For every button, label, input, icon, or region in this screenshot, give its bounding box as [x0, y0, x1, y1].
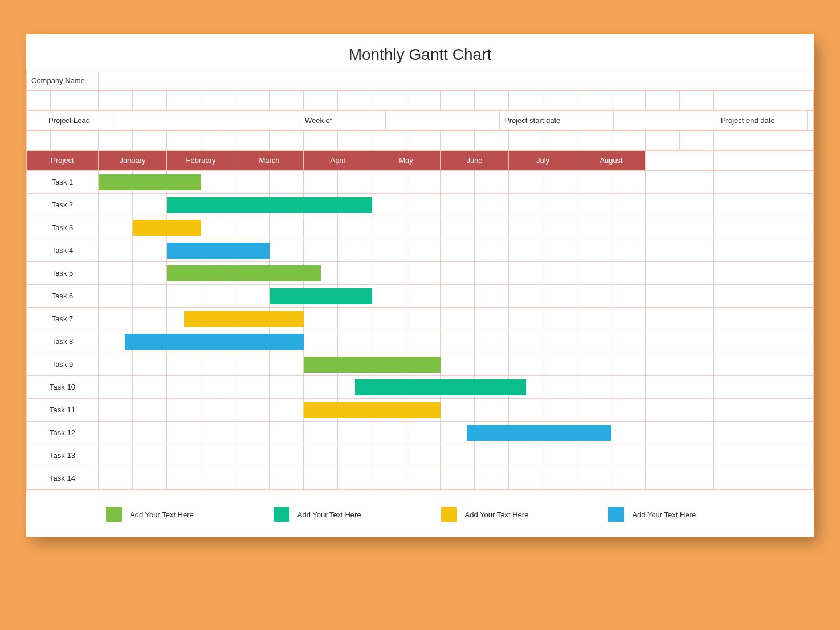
gantt-cell[interactable]: [372, 353, 406, 376]
gantt-cell[interactable]: [543, 399, 577, 422]
gantt-cell[interactable]: [167, 422, 201, 444]
gantt-cell[interactable]: [577, 376, 611, 399]
project-end-cell[interactable]: [808, 111, 814, 130]
gantt-cell[interactable]: [235, 353, 270, 376]
gantt-cell[interactable]: [509, 171, 543, 194]
gantt-cell[interactable]: [611, 330, 646, 353]
gantt-cell[interactable]: [372, 376, 406, 399]
gantt-cell[interactable]: [133, 330, 167, 353]
gantt-cell[interactable]: [406, 330, 441, 353]
gantt-cell[interactable]: [304, 444, 338, 467]
gantt-cell[interactable]: [304, 422, 338, 444]
gantt-cell[interactable]: [509, 330, 543, 353]
gantt-cell[interactable]: [714, 308, 814, 330]
gantt-cell[interactable]: [611, 262, 646, 285]
gantt-cell[interactable]: [167, 353, 201, 376]
gantt-cell[interactable]: [646, 239, 714, 262]
gantt-cell[interactable]: [133, 467, 167, 490]
gantt-cell[interactable]: [235, 399, 270, 422]
gantt-cell[interactable]: [509, 308, 543, 330]
gantt-cell[interactable]: [167, 171, 201, 194]
gantt-cell[interactable]: [543, 171, 577, 194]
gantt-cell[interactable]: [475, 171, 509, 194]
gantt-cell[interactable]: [714, 216, 814, 239]
gantt-cell[interactable]: [406, 308, 441, 330]
gantt-cell[interactable]: [475, 422, 509, 444]
gantt-cell[interactable]: [646, 285, 714, 308]
gantt-cell[interactable]: [133, 376, 167, 399]
gantt-cell[interactable]: [509, 353, 543, 376]
gantt-cell[interactable]: [714, 444, 814, 467]
gantt-cell[interactable]: [543, 444, 577, 467]
gantt-cell[interactable]: [167, 239, 201, 262]
gantt-cell[interactable]: [646, 330, 714, 353]
gantt-cell[interactable]: [475, 216, 509, 239]
gantt-cell[interactable]: [201, 285, 235, 308]
project-lead-cell[interactable]: [112, 111, 300, 130]
gantt-cell[interactable]: [133, 194, 167, 216]
gantt-cell[interactable]: [475, 376, 509, 399]
gantt-cell[interactable]: [441, 330, 475, 353]
gantt-cell[interactable]: [441, 285, 475, 308]
gantt-cell[interactable]: [611, 308, 646, 330]
gantt-cell[interactable]: [406, 216, 441, 239]
gantt-cell[interactable]: [475, 330, 509, 353]
gantt-cell[interactable]: [372, 239, 406, 262]
gantt-cell[interactable]: [441, 399, 475, 422]
gantt-cell[interactable]: [338, 422, 372, 444]
gantt-cell[interactable]: [406, 422, 441, 444]
gantt-cell[interactable]: [714, 330, 814, 353]
gantt-cell[interactable]: [235, 285, 270, 308]
gantt-cell[interactable]: [543, 194, 577, 216]
gantt-cell[interactable]: [475, 444, 509, 467]
gantt-cell[interactable]: [475, 262, 509, 285]
gantt-cell[interactable]: [99, 194, 133, 216]
gantt-cell[interactable]: [406, 262, 441, 285]
gantt-cell[interactable]: [167, 285, 201, 308]
gantt-cell[interactable]: [133, 444, 167, 467]
gantt-cell[interactable]: [577, 467, 611, 490]
gantt-cell[interactable]: [235, 194, 270, 216]
gantt-cell[interactable]: [611, 376, 646, 399]
gantt-cell[interactable]: [475, 194, 509, 216]
gantt-cell[interactable]: [646, 216, 714, 239]
gantt-cell[interactable]: [475, 285, 509, 308]
gantt-cell[interactable]: [133, 262, 167, 285]
gantt-cell[interactable]: [201, 353, 235, 376]
gantt-cell[interactable]: [167, 216, 201, 239]
gantt-cell[interactable]: [611, 171, 646, 194]
gantt-cell[interactable]: [270, 216, 304, 239]
gantt-cell[interactable]: [577, 330, 611, 353]
gantt-cell[interactable]: [577, 399, 611, 422]
gantt-cell[interactable]: [406, 399, 441, 422]
gantt-cell[interactable]: [441, 444, 475, 467]
gantt-cell[interactable]: [133, 399, 167, 422]
gantt-cell[interactable]: [338, 376, 372, 399]
gantt-cell[interactable]: [99, 467, 133, 490]
gantt-cell[interactable]: [270, 467, 304, 490]
gantt-cell[interactable]: [714, 467, 814, 490]
gantt-cell[interactable]: [338, 467, 372, 490]
gantt-cell[interactable]: [99, 239, 133, 262]
gantt-cell[interactable]: [611, 467, 646, 490]
gantt-cell[interactable]: [338, 285, 372, 308]
gantt-cell[interactable]: [543, 262, 577, 285]
gantt-cell[interactable]: [167, 330, 201, 353]
gantt-cell[interactable]: [304, 285, 338, 308]
gantt-cell[interactable]: [338, 171, 372, 194]
gantt-cell[interactable]: [133, 285, 167, 308]
gantt-cell[interactable]: [133, 422, 167, 444]
gantt-cell[interactable]: [509, 285, 543, 308]
gantt-cell[interactable]: [577, 353, 611, 376]
gantt-cell[interactable]: [509, 422, 543, 444]
gantt-cell[interactable]: [543, 216, 577, 239]
gantt-cell[interactable]: [270, 330, 304, 353]
gantt-cell[interactable]: [235, 262, 270, 285]
gantt-cell[interactable]: [201, 171, 235, 194]
gantt-cell[interactable]: [406, 353, 441, 376]
gantt-cell[interactable]: [577, 239, 611, 262]
gantt-cell[interactable]: [577, 194, 611, 216]
gantt-cell[interactable]: [235, 216, 270, 239]
gantt-cell[interactable]: [167, 308, 201, 330]
gantt-cell[interactable]: [475, 353, 509, 376]
